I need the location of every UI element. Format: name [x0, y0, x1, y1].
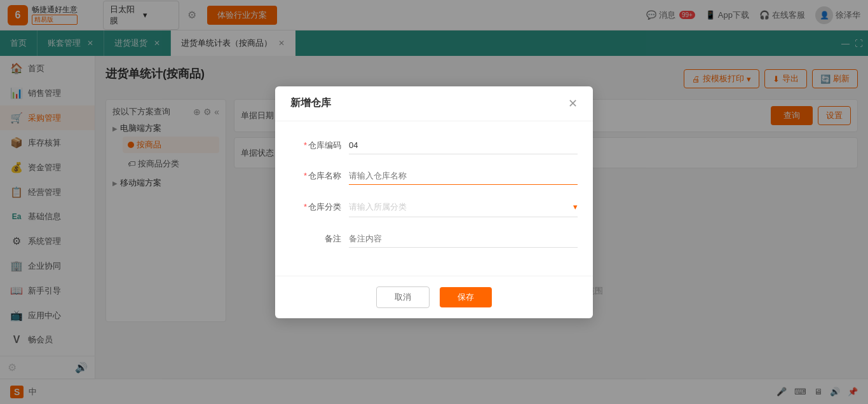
form-row-name: 仓库名称 — [290, 167, 578, 185]
form-row-category: 仓库分类 请输入所属分类 ▾ — [290, 198, 578, 217]
category-label: 仓库分类 — [290, 201, 341, 213]
save-button[interactable]: 保存 — [440, 287, 492, 307]
category-arrow-icon: ▾ — [573, 202, 578, 212]
modal-body: 仓库编码 仓库名称 仓库分类 请输入所属分类 ▾ 备注 — [275, 121, 593, 276]
name-input[interactable] — [349, 167, 578, 185]
modal-title: 新增仓库 — [290, 97, 331, 110]
category-select[interactable]: 请输入所属分类 ▾ — [349, 198, 578, 217]
modal-overlay: 新增仓库 ✕ 仓库编码 仓库名称 仓库分类 请输入所属分类 ▾ — [0, 0, 868, 404]
code-label: 仓库编码 — [290, 140, 341, 151]
modal-close-button[interactable]: ✕ — [568, 97, 578, 111]
form-row-remark: 备注 — [290, 230, 578, 248]
modal-footer: 取消 保存 — [275, 276, 593, 318]
name-label: 仓库名称 — [290, 170, 341, 182]
form-row-code: 仓库编码 — [290, 137, 578, 154]
add-warehouse-modal: 新增仓库 ✕ 仓库编码 仓库名称 仓库分类 请输入所属分类 ▾ — [275, 86, 593, 318]
cancel-button[interactable]: 取消 — [376, 286, 430, 308]
code-input[interactable] — [349, 137, 578, 154]
remark-input[interactable] — [349, 230, 578, 248]
category-placeholder: 请输入所属分类 — [349, 201, 407, 213]
modal-header: 新增仓库 ✕ — [275, 86, 593, 121]
remark-label: 备注 — [290, 233, 341, 245]
